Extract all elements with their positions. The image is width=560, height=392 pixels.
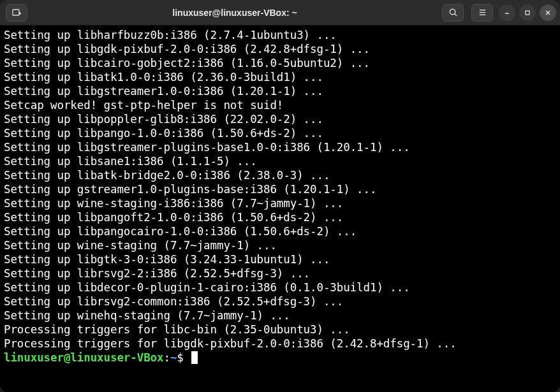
window-title: linuxuser@linuxuser-VBox: ~ [29, 8, 440, 18]
prompt-colon: : [163, 351, 170, 365]
output-line: Setting up wine-staging-i386:i386 (7.7~j… [4, 196, 556, 210]
output-line: Setting up libgdk-pixbuf-2.0-0:i386 (2.4… [4, 42, 556, 56]
output-line: Setting up libpoppler-glib8:i386 (22.02.… [4, 112, 556, 126]
minimize-button[interactable] [499, 4, 515, 21]
titlebar-left-controls [4, 4, 29, 22]
output-line: Setting up libdecor-0-plugin-1-cairo:i38… [4, 280, 556, 294]
new-tab-button[interactable] [6, 4, 27, 22]
output-line: Setting up libgstreamer1.0-0:i386 (1.20.… [4, 84, 556, 98]
search-button[interactable] [442, 4, 464, 22]
output-line: Setting up libatk1.0-0:i386 (2.36.0-3bui… [4, 70, 556, 84]
output-line: Processing triggers for libgdk-pixbuf-2.… [4, 337, 556, 351]
close-button[interactable] [540, 4, 556, 21]
output-line: Setting up libsane1:i386 (1.1.1-5) ... [4, 154, 556, 168]
output-line: Processing triggers for libc-bin (2.35-0… [4, 323, 556, 337]
output-line: Setting up libpango-1.0-0:i386 (1.50.6+d… [4, 126, 556, 140]
output-line: Setting up libcairo-gobject2:i386 (1.16.… [4, 56, 556, 70]
svg-rect-9 [526, 11, 529, 15]
svg-line-4 [454, 14, 456, 16]
svg-rect-0 [13, 10, 19, 15]
prompt-dollar: $ [177, 351, 190, 365]
prompt-line[interactable]: linuxuser@linuxuser-VBox:~$ [4, 351, 556, 365]
minimize-icon [504, 10, 510, 16]
output-line: Setting up libgtk-3-0:i386 (3.24.33-1ubu… [4, 252, 556, 266]
output-line: Setting up libatk-bridge2.0-0:i386 (2.38… [4, 168, 556, 182]
titlebar-right-controls [440, 4, 556, 22]
output-line: Setting up librsvg2-2:i386 (2.52.5+dfsg-… [4, 266, 556, 280]
output-line: Setcap worked! gst-ptp-helper is not sui… [4, 98, 556, 112]
svg-point-3 [450, 9, 455, 14]
output-line: Setting up libharfbuzz0b:i386 (2.7.4-1ub… [4, 28, 556, 42]
output-line: Setting up winehq-staging (7.7~jammy-1) … [4, 309, 556, 323]
output-line: Setting up libgstreamer-plugins-base1.0-… [4, 140, 556, 154]
maximize-icon [524, 10, 531, 16]
output-line: Setting up libpangoft2-1.0-0:i386 (1.50.… [4, 210, 556, 224]
hamburger-menu-button[interactable] [471, 4, 493, 22]
new-tab-icon [11, 8, 22, 18]
window-titlebar: linuxuser@linuxuser-VBox: ~ [0, 0, 560, 25]
output-line: Setting up libpangocairo-1.0-0:i386 (1.5… [4, 224, 556, 238]
output-line: Setting up gstreamer1.0-plugins-base:i38… [4, 182, 556, 196]
prompt-user: linuxuser@linuxuser-VBox [4, 351, 163, 365]
maximize-button[interactable] [519, 4, 536, 21]
output-line: Setting up wine-staging (7.7~jammy-1) ..… [4, 238, 556, 252]
hamburger-icon [478, 8, 487, 17]
search-icon [448, 8, 458, 17]
prompt-path: ~ [170, 351, 177, 365]
close-icon [545, 10, 551, 16]
terminal-output[interactable]: Setting up libharfbuzz0b:i386 (2.7.4-1ub… [0, 25, 560, 392]
output-line: Setting up librsvg2-common:i386 (2.52.5+… [4, 294, 556, 309]
cursor-icon [191, 351, 198, 364]
